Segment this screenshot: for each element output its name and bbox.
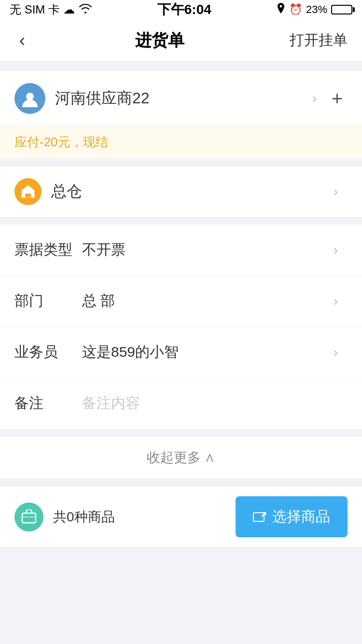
form-section: 票据类型 不开票 › 部门 总 部 › 业务员 这是859的小智 › 备注 备注… [0, 224, 362, 429]
supplier-chevron-icon: › [312, 91, 317, 106]
sim-indicator: 无 SIM 卡 ☁ [10, 2, 75, 17]
supplier-row[interactable]: 河南供应商22 › + [0, 71, 362, 126]
supplier-card: 河南供应商22 › + 应付-20元，现结 [0, 71, 362, 158]
battery-icon [331, 5, 352, 14]
remark-label: 备注 [14, 393, 82, 413]
invoice-value: 不开票 [82, 240, 334, 260]
battery-text: 23% [306, 3, 327, 16]
warehouse-chevron-icon: › [334, 184, 338, 199]
invoice-row[interactable]: 票据类型 不开票 › [0, 224, 362, 276]
product-count: 共0种商品 [53, 508, 236, 526]
invoice-chevron-icon: › [334, 242, 338, 258]
cart-icon [14, 503, 43, 532]
status-bar: 无 SIM 卡 ☁ 下午6:04 ⏰ 23% [0, 0, 362, 19]
remark-row[interactable]: 备注 备注内容 [0, 378, 362, 429]
notice-bar: 应付-20元，现结 [0, 126, 362, 158]
salesperson-label: 业务员 [14, 342, 82, 362]
bottom-bar: 共0种商品 选择商品 [0, 486, 362, 547]
department-row[interactable]: 部门 总 部 › [0, 276, 362, 327]
status-left: 无 SIM 卡 ☁ [10, 2, 92, 17]
supplier-avatar [14, 83, 45, 114]
salesperson-row[interactable]: 业务员 这是859的小智 › [0, 327, 362, 378]
select-product-label: 选择商品 [272, 507, 330, 527]
salesperson-value: 这是859的小智 [82, 342, 334, 362]
warehouse-card: 总仓 › [0, 166, 362, 217]
open-pending-button[interactable]: 打开挂单 [290, 30, 348, 50]
department-chevron-icon: › [334, 294, 338, 309]
add-supplier-button[interactable]: + [327, 88, 348, 110]
select-product-button[interactable]: 选择商品 [236, 496, 348, 537]
department-value: 总 部 [82, 291, 334, 311]
svg-rect-1 [25, 194, 31, 197]
remark-input[interactable]: 备注内容 [82, 393, 348, 413]
warehouse-icon [14, 178, 42, 205]
supplier-name: 河南供应商22 [55, 88, 312, 109]
collapse-button[interactable]: 收起更多 ∧ [0, 436, 362, 478]
status-time: 下午6:04 [157, 0, 211, 19]
notice-text: 应付-20元，现结 [14, 135, 108, 149]
wifi-icon [79, 3, 92, 16]
status-right: ⏰ 23% [277, 3, 352, 16]
top-divider [0, 62, 362, 71]
svg-rect-2 [22, 513, 36, 523]
page-background [0, 547, 362, 644]
svg-point-0 [26, 93, 34, 100]
invoice-label: 票据类型 [14, 240, 82, 260]
warehouse-row[interactable]: 总仓 › [0, 166, 362, 217]
salesperson-chevron-icon: › [334, 345, 338, 360]
back-button[interactable]: ‹ [14, 26, 30, 56]
page-title: 进货单 [135, 29, 184, 52]
location-icon [277, 3, 285, 16]
department-label: 部门 [14, 291, 82, 311]
collapse-label: 收起更多 ∧ [147, 450, 216, 465]
nav-bar: ‹ 进货单 打开挂单 [0, 19, 362, 62]
alarm-icon: ⏰ [289, 3, 302, 16]
warehouse-name: 总仓 [51, 181, 334, 202]
svg-rect-4 [253, 513, 264, 521]
